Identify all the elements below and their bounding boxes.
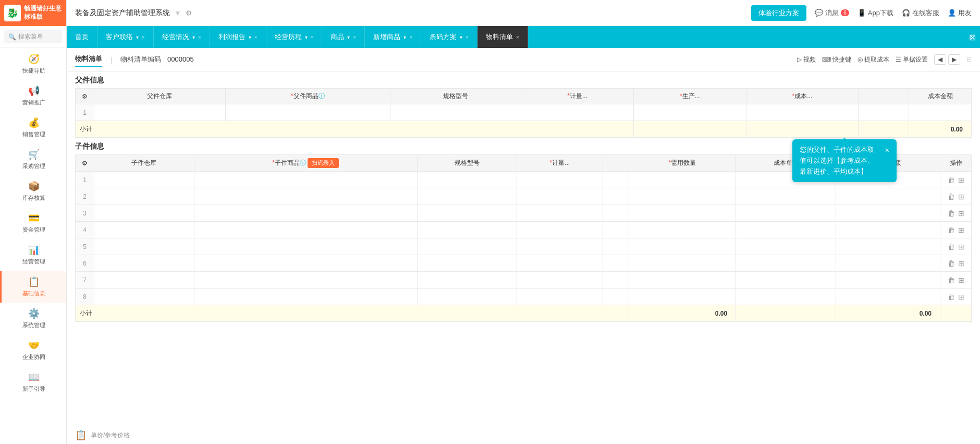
tab-business-close[interactable]: × bbox=[198, 34, 201, 40]
child-row-1-goods[interactable] bbox=[194, 172, 417, 188]
child-row-1-needed-qty[interactable] bbox=[629, 172, 736, 188]
user-menu-button[interactable]: 👤 用友 bbox=[948, 8, 972, 18]
parent-row-1-cost[interactable] bbox=[746, 104, 859, 121]
child-row-6-needed-qty[interactable] bbox=[629, 255, 736, 272]
sub-tab-bom-number[interactable]: 物料清单编码 0000005 bbox=[120, 53, 193, 66]
child-row-4-needed-qty[interactable] bbox=[629, 222, 736, 238]
child-row-5-spec[interactable] bbox=[417, 238, 517, 255]
message-button[interactable]: 💬 消息 6 bbox=[815, 8, 849, 18]
child-row-5-needed-qty[interactable] bbox=[629, 238, 736, 255]
child-row-8-warehouse[interactable] bbox=[94, 289, 194, 305]
child-row-7-quantity[interactable] bbox=[517, 272, 603, 289]
child-row-3-goods[interactable] bbox=[194, 205, 417, 222]
child-row-4-copy-button[interactable]: ⊞ bbox=[958, 226, 964, 234]
tab-goods-close[interactable]: × bbox=[353, 34, 356, 40]
child-row-6-quantity[interactable] bbox=[517, 255, 603, 272]
child-row-3-needed-qty[interactable] bbox=[629, 205, 736, 222]
tab-history[interactable]: 经营历程 ▾ × bbox=[266, 26, 323, 48]
sidebar-item-inventory[interactable]: 📦 库存核算 bbox=[0, 175, 66, 207]
child-row-2-quantity[interactable] bbox=[517, 188, 603, 205]
tab-barcode-close[interactable]: × bbox=[466, 34, 469, 40]
child-row-6-unit-cost[interactable] bbox=[736, 255, 836, 272]
sidebar-item-marketing[interactable]: 📢 营销推广 bbox=[0, 80, 66, 112]
child-row-8-unit-cost[interactable] bbox=[736, 289, 836, 305]
trial-button[interactable]: 体验行业方案 bbox=[751, 5, 806, 21]
child-row-3-delete-button[interactable]: 🗑 bbox=[948, 209, 955, 218]
child-row-5-delete-button[interactable]: 🗑 bbox=[948, 243, 955, 251]
child-row-6-goods[interactable] bbox=[194, 255, 417, 272]
bottom-icon[interactable]: 📋 bbox=[75, 429, 87, 441]
child-row-3-quantity[interactable] bbox=[517, 205, 603, 222]
sidebar-search[interactable]: 🔍 搜索菜单 bbox=[0, 26, 66, 48]
tooltip-close-button[interactable]: × bbox=[885, 145, 889, 156]
child-col-settings[interactable]: ⚙ bbox=[76, 155, 94, 172]
child-row-6-delete-button[interactable]: 🗑 bbox=[948, 259, 955, 268]
view-button[interactable]: ▷ 视频 bbox=[797, 55, 816, 64]
parent-row-1-quantity[interactable] bbox=[521, 104, 634, 121]
sub-tab-bom-list[interactable]: 物料清单 bbox=[75, 52, 102, 67]
child-row-5-unit-cost[interactable] bbox=[736, 238, 836, 255]
tab-bom-close[interactable]: × bbox=[516, 34, 519, 40]
child-row-8-goods[interactable] bbox=[194, 289, 417, 305]
child-row-3-copy-button[interactable]: ⊞ bbox=[958, 209, 964, 218]
tab-customer-close[interactable]: × bbox=[142, 34, 145, 40]
child-row-7-warehouse[interactable] bbox=[94, 272, 194, 289]
child-row-5-warehouse[interactable] bbox=[94, 238, 194, 255]
child-row-6-copy-button[interactable]: ⊞ bbox=[958, 259, 964, 268]
tab-business[interactable]: 经营情况 ▾ × bbox=[154, 26, 210, 48]
tab-new-goods[interactable]: 新增商品 ▾ × bbox=[365, 26, 421, 48]
child-row-2-needed-qty[interactable] bbox=[629, 188, 736, 205]
child-row-7-spec[interactable] bbox=[417, 272, 517, 289]
child-row-4-warehouse[interactable] bbox=[94, 222, 194, 238]
child-row-4-goods[interactable] bbox=[194, 222, 417, 238]
child-row-3-spec[interactable] bbox=[417, 205, 517, 222]
child-row-4-unit-cost[interactable] bbox=[736, 222, 836, 238]
sidebar-item-sales[interactable]: 💰 销售管理 bbox=[0, 112, 66, 143]
tab-profit-close[interactable]: × bbox=[254, 34, 258, 40]
sidebar-item-guide[interactable]: 📖 新手引导 bbox=[0, 366, 66, 398]
close-all-tabs[interactable]: ⊠ bbox=[969, 32, 980, 42]
single-settings-button[interactable]: ☰ 单据设置 bbox=[896, 55, 928, 64]
child-row-2-spec[interactable] bbox=[417, 188, 517, 205]
extract-cost-button[interactable]: ◎ 提取成本 bbox=[858, 55, 889, 64]
child-row-4-quantity[interactable] bbox=[517, 222, 603, 238]
parent-row-1-goods[interactable] bbox=[225, 104, 390, 121]
child-row-7-copy-button[interactable]: ⊞ bbox=[958, 276, 964, 284]
child-row-1-copy-button[interactable]: ⊞ bbox=[958, 176, 964, 184]
sidebar-item-purchase[interactable]: 🛒 采购管理 bbox=[0, 143, 66, 175]
child-row-7-delete-button[interactable]: 🗑 bbox=[948, 276, 955, 284]
online-service-button[interactable]: 🎧 在线客服 bbox=[902, 8, 939, 18]
parent-row-1-warehouse[interactable] bbox=[94, 104, 226, 121]
child-row-8-quantity[interactable] bbox=[517, 289, 603, 305]
child-row-7-needed-qty[interactable] bbox=[629, 272, 736, 289]
child-row-8-spec[interactable] bbox=[417, 289, 517, 305]
sidebar-item-quick-nav[interactable]: 🧭 快捷导航 bbox=[0, 48, 66, 80]
app-download-button[interactable]: 📱 App下载 bbox=[858, 8, 893, 18]
tab-history-close[interactable]: × bbox=[311, 34, 314, 40]
tab-barcode[interactable]: 条码方案 ▾ × bbox=[421, 26, 477, 48]
sidebar-item-system[interactable]: ⚙️ 系统管理 bbox=[0, 303, 66, 334]
tab-goods[interactable]: 商品 ▾ × bbox=[322, 26, 365, 48]
child-row-3-warehouse[interactable] bbox=[94, 205, 194, 222]
sidebar-item-finance[interactable]: 💳 资金管理 bbox=[0, 207, 66, 239]
grid-icon[interactable]: ⊟ bbox=[966, 56, 972, 63]
parent-row-1-production[interactable] bbox=[634, 104, 746, 121]
sidebar-item-basic-info[interactable]: 📋 基础信息 bbox=[0, 271, 66, 303]
child-row-3-unit-cost[interactable] bbox=[736, 205, 836, 222]
next-button[interactable]: ▶ bbox=[948, 54, 960, 65]
child-row-1-warehouse[interactable] bbox=[94, 172, 194, 188]
child-row-5-goods[interactable] bbox=[194, 238, 417, 255]
settings-icon[interactable]: ⚙ bbox=[186, 9, 192, 17]
child-row-8-copy-button[interactable]: ⊞ bbox=[958, 293, 964, 301]
scan-button[interactable]: 扫码录入 bbox=[308, 158, 339, 168]
tab-home[interactable]: 首页 bbox=[67, 26, 97, 48]
child-row-5-copy-button[interactable]: ⊞ bbox=[958, 243, 964, 251]
child-row-2-copy-button[interactable]: ⊞ bbox=[958, 193, 964, 201]
child-row-7-unit-cost[interactable] bbox=[736, 272, 836, 289]
child-row-2-unit-cost[interactable] bbox=[736, 188, 836, 205]
child-row-2-delete-button[interactable]: 🗑 bbox=[948, 193, 955, 201]
child-row-1-delete-button[interactable]: 🗑 bbox=[948, 176, 955, 184]
child-row-8-delete-button[interactable]: 🗑 bbox=[948, 293, 955, 301]
child-row-8-needed-qty[interactable] bbox=[629, 289, 736, 305]
tab-new-goods-close[interactable]: × bbox=[409, 34, 412, 40]
